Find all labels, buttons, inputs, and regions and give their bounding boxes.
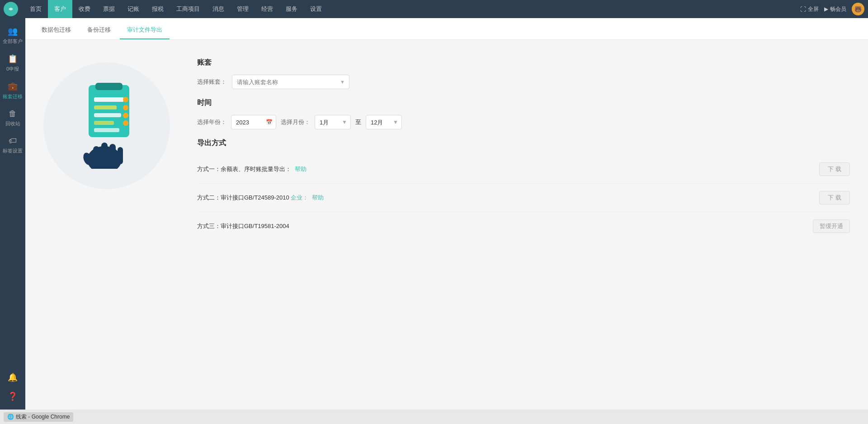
year-input-wrapper: 📅	[231, 115, 276, 129]
nav-service[interactable]: 服务	[279, 0, 304, 18]
avatar[interactable]: 🐻	[852, 3, 864, 15]
svg-point-17	[123, 120, 128, 126]
svg-point-16	[123, 113, 128, 118]
year-input[interactable]	[231, 115, 276, 129]
top-nav-right: ⛶ 全屏 ▶ 畅会员 🐻	[800, 3, 864, 15]
illustration-svg	[71, 83, 143, 169]
svg-point-14	[123, 97, 128, 102]
method-1-label: 方式一：余额表、序时账批量导出： 帮助	[197, 165, 819, 173]
start-month-select[interactable]: 1月2月3月 4月5月6月 7月8月9月 10月11月12月	[315, 115, 351, 129]
nav-operations[interactable]: 经营	[255, 0, 279, 18]
method-2-help-link[interactable]: 帮助	[312, 194, 324, 201]
year-label: 选择年份：	[197, 118, 226, 126]
svg-rect-2	[93, 146, 99, 164]
sidebar-item-notification[interactable]: 🔔	[8, 368, 18, 387]
account-section-title: 账套	[197, 58, 850, 67]
method-3-open-button[interactable]: 暂缓开通	[813, 219, 850, 233]
logo	[4, 2, 18, 16]
nav-invoice[interactable]: 票据	[97, 0, 121, 18]
illustration-area	[43, 62, 170, 189]
sidebar-bottom: 🔔 ❓	[8, 368, 18, 406]
nav-bookkeeping[interactable]: 记账	[121, 0, 146, 18]
svg-rect-13	[94, 128, 119, 132]
export-method-2-row: 方式二：审计接口GB/T24589-2010 企业： 帮助 下 载	[197, 184, 850, 212]
method-2-download-button[interactable]: 下 载	[819, 191, 850, 205]
sidebar-item-zero-declare[interactable]: 📋 0申报	[0, 49, 25, 77]
method-2-label: 方式二：审计接口GB/T24589-2010 企业： 帮助	[197, 194, 819, 202]
sidebar-item-all-customers[interactable]: 👥 全部客户	[0, 22, 25, 49]
nav-tax[interactable]: 报税	[146, 0, 170, 18]
fullscreen-icon: ⛶	[800, 6, 806, 13]
month-label: 选择月份：	[281, 118, 310, 126]
tags-icon: 🏷	[9, 136, 17, 146]
taskbar-chrome-item[interactable]: 🌐 线索 - Google Chrome	[4, 412, 73, 422]
fullscreen-button[interactable]: ⛶ 全屏	[800, 5, 819, 13]
svg-rect-8	[95, 83, 123, 90]
export-section: 导出方式 方式一：余额表、序时账批量导出： 帮助 下 载 方式二：审计接口GB/…	[197, 138, 850, 240]
method-2-enterprise-link[interactable]: 企业：	[291, 194, 308, 201]
sidebar-item-tags[interactable]: 🏷 标签设置	[0, 132, 25, 159]
export-method-3-row: 方式三：审计接口GB/T19581-2004 暂缓开通	[197, 212, 850, 240]
nav-home[interactable]: 首页	[24, 0, 48, 18]
main-area: 👥 全部客户 📋 0申报 💼 账套迁移 🗑 回收站 🏷 标签设置 🔔 ❓	[0, 18, 868, 410]
svg-rect-9	[94, 97, 124, 102]
time-row: 选择年份： 📅 选择月份： 1月2月3月 4月5月6月 7月8月9月 10月11	[197, 115, 850, 129]
form-area: 账套 选择账套： ▼ 时间 选择年份： 📅	[197, 53, 850, 240]
time-section-title: 时间	[197, 98, 850, 108]
sidebar-item-account-migrate[interactable]: 💼 账套迁移	[0, 77, 25, 105]
method-1-help-link[interactable]: 帮助	[295, 166, 307, 172]
time-section: 时间 选择年份： 📅 选择月份： 1月2月3月 4月5月6月 7月	[197, 98, 850, 129]
migrate-icon: 💼	[8, 81, 18, 91]
nav-messages[interactable]: 消息	[206, 0, 231, 18]
svg-rect-10	[94, 105, 117, 110]
nav-items: 首页 客户 收费 票据 记账 报税 工商项目 消息 管理 经营 服务 设置	[24, 0, 800, 18]
nav-billing[interactable]: 收费	[72, 0, 97, 18]
top-nav: 首页 客户 收费 票据 记账 报税 工商项目 消息 管理 经营 服务 设置 ⛶ …	[0, 0, 868, 18]
svg-rect-11	[94, 113, 121, 117]
tab-data-migrate[interactable]: 数据包迁移	[34, 21, 78, 39]
account-select-wrapper: ▼	[232, 75, 349, 89]
taskbar: 🌐 线索 - Google Chrome	[0, 410, 868, 424]
chrome-icon: 🌐	[7, 414, 14, 420]
nav-settings[interactable]: 设置	[304, 0, 328, 18]
content-area: 数据包迁移 备份迁移 审计文件导出	[25, 18, 868, 410]
left-sidebar: 👥 全部客户 📋 0申报 💼 账套迁移 🗑 回收站 🏷 标签设置 🔔 ❓	[0, 18, 25, 410]
account-form-row: 选择账套： ▼	[197, 75, 850, 89]
end-month-select[interactable]: 1月2月3月 4月5月6月 7月8月9月 10月11月12月	[366, 115, 402, 129]
to-label: 至	[355, 118, 361, 126]
sidebar-item-recycle[interactable]: 🗑 回收站	[0, 105, 25, 132]
method-1-download-button[interactable]: 下 载	[819, 162, 850, 176]
help-icon: ❓	[8, 391, 18, 401]
svg-rect-5	[118, 147, 123, 164]
method-3-label: 方式三：审计接口GB/T19581-2004	[197, 222, 813, 230]
svg-rect-3	[101, 143, 108, 164]
nav-manage[interactable]: 管理	[231, 0, 255, 18]
tab-audit-export[interactable]: 审计文件导出	[120, 21, 170, 39]
svg-rect-12	[94, 121, 114, 125]
customers-icon: 👥	[8, 26, 18, 36]
page-content: 账套 选择账套： ▼ 时间 选择年份： 📅	[25, 40, 868, 410]
svg-point-15	[123, 105, 128, 110]
vip-icon: ▶	[824, 6, 828, 12]
recycle-icon: 🗑	[9, 109, 17, 119]
tabs-bar: 数据包迁移 备份迁移 审计文件导出	[25, 18, 868, 40]
nav-customer[interactable]: 客户	[48, 0, 72, 18]
notification-icon: 🔔	[8, 372, 18, 382]
declare-icon: 📋	[8, 54, 18, 64]
tab-backup-migrate[interactable]: 备份迁移	[80, 21, 118, 39]
svg-rect-4	[109, 144, 116, 164]
start-month-select-wrapper: 1月2月3月 4月5月6月 7月8月9月 10月11月12月 ▼	[315, 115, 351, 129]
sidebar-item-help[interactable]: ❓	[8, 387, 18, 406]
logo-icon	[6, 4, 16, 14]
account-select-label: 选择账套：	[197, 78, 226, 86]
export-method-1-row: 方式一：余额表、序时账批量导出： 帮助 下 载	[197, 155, 850, 184]
nav-business[interactable]: 工商项目	[170, 0, 206, 18]
export-section-title: 导出方式	[197, 138, 850, 148]
account-select-input[interactable]	[232, 75, 349, 89]
vip-button[interactable]: ▶ 畅会员	[824, 5, 846, 13]
end-month-select-wrapper: 1月2月3月 4月5月6月 7月8月9月 10月11月12月 ▼	[366, 115, 402, 129]
